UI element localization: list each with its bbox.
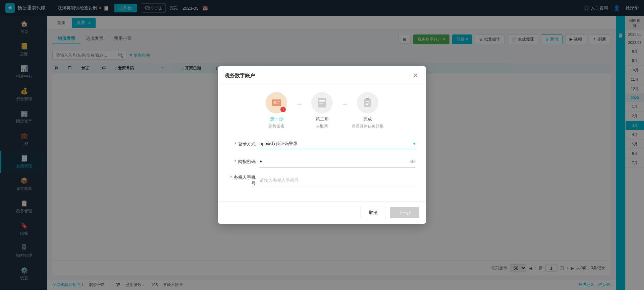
next-button[interactable]: 下一步	[390, 207, 419, 218]
svg-rect-11	[366, 103, 370, 103]
phone-required-mark: *	[230, 175, 232, 180]
step1-label: 第一步	[270, 116, 283, 122]
select-arrow-icon: ▾	[413, 141, 415, 146]
step-2: 第二步 去取票	[305, 92, 339, 129]
person-card-icon	[270, 97, 282, 109]
step1-sublabel: 完善账密	[268, 124, 284, 129]
password-wrap: 👁	[260, 156, 415, 168]
svg-rect-10	[366, 101, 370, 102]
step-1: ! 第一步 完善账密	[260, 92, 293, 129]
phone-row: * 办税人手机号	[229, 174, 415, 187]
modal-overlay: 税务数字账户 ✕ !	[0, 0, 644, 290]
modal-header: 税务数字账户 ✕	[218, 66, 426, 84]
svg-point-1	[273, 101, 277, 104]
step2-label: 第二步	[316, 116, 329, 122]
eye-icon[interactable]: 👁	[410, 159, 415, 165]
step3-sublabel: 查看具体任务结果	[352, 124, 384, 129]
step1-icon-wrap: !	[266, 92, 287, 114]
modal-body: ! 第一步 完善账密 → 第	[218, 84, 426, 201]
svg-rect-5	[319, 100, 325, 101]
step3-icon-wrap	[357, 92, 378, 114]
modal-tax-digital: 税务数字账户 ✕ !	[218, 66, 426, 224]
modal-close-button[interactable]: ✕	[411, 72, 419, 80]
step3-label: 完成	[363, 116, 372, 122]
phone-label: * 办税人手机号	[229, 174, 256, 187]
step2-sublabel: 去取票	[316, 124, 328, 129]
step-arrow-2: →	[339, 100, 351, 108]
password-input[interactable]	[260, 156, 410, 167]
step2-icon-wrap	[311, 92, 333, 114]
modal-title: 税务数字账户	[225, 73, 255, 79]
password-label: * 网报密码	[229, 159, 256, 165]
login-method-label: * 登录方式	[229, 141, 256, 147]
login-method-select[interactable]: app获取验证码登录 ▾	[260, 139, 415, 149]
svg-rect-12	[366, 104, 368, 105]
modal-footer: 取消 下一步	[218, 201, 426, 224]
svg-rect-7	[319, 103, 323, 103]
phone-input[interactable]	[260, 176, 415, 185]
step-3: 完成 查看具体任务结果	[351, 92, 384, 129]
password-required-mark: *	[234, 159, 236, 164]
invoice-step-icon	[316, 97, 328, 109]
step-arrow-1: →	[293, 100, 305, 108]
login-method-value: app获取验证码登录	[260, 141, 298, 147]
svg-rect-3	[277, 103, 279, 103]
login-method-row: * 登录方式 app获取验证码登录 ▾	[229, 139, 415, 149]
steps-area: ! 第一步 完善账密 → 第	[229, 92, 415, 129]
clipboard-step-icon	[362, 97, 374, 109]
svg-rect-6	[319, 101, 325, 102]
svg-rect-2	[277, 101, 280, 102]
cancel-button[interactable]: 取消	[361, 207, 386, 218]
password-row: * 网报密码 👁	[229, 156, 415, 168]
step1-error-badge: !	[280, 107, 286, 112]
svg-rect-9	[366, 98, 369, 99]
login-required-mark: *	[234, 141, 236, 146]
